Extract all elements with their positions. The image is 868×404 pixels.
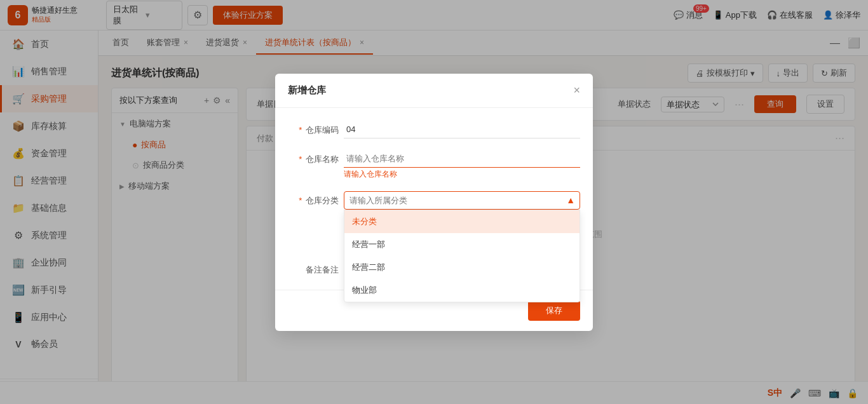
code-field [344,121,580,138]
modal-overlay[interactable]: 新增仓库 × * 仓库编码 * 仓库名称 [0,0,868,404]
category-option-dept1[interactable]: 经营一部 [344,233,580,256]
category-input[interactable] [344,191,580,210]
required-indicator-name: * [299,154,302,164]
name-error-message: 请输入仓库名称 [344,169,580,180]
required-indicator: * [299,125,302,135]
form-row-category: * 仓库分类 ▲ 未分类 经营一部 经营二部 物业部 [288,191,580,210]
form-row-name: * 仓库名称 请输入仓库名称 [288,150,580,180]
new-warehouse-modal: 新增仓库 × * 仓库编码 * 仓库名称 [275,74,593,331]
name-field: 请输入仓库名称 [344,150,580,180]
category-option-dept3[interactable]: 物业部 [344,279,580,302]
category-arrow-icon[interactable]: ▲ [566,195,575,205]
modal-header: 新增仓库 × [275,74,593,108]
category-field: ▲ 未分类 经营一部 经营二部 物业部 [344,191,580,210]
remark-label: 备注备注 [288,260,339,276]
warehouse-name-input[interactable] [344,150,580,168]
modal-close-button[interactable]: × [573,84,580,97]
required-indicator-cat: * [299,196,302,205]
modal-body: * 仓库编码 * 仓库名称 请输入仓库名称 [275,108,593,278]
category-input-wrap: ▲ [344,191,580,210]
code-label: * 仓库编码 [288,121,339,136]
category-option-dept2[interactable]: 经营二部 [344,256,580,279]
form-row-code: * 仓库编码 [288,121,580,138]
category-dropdown: 未分类 经营一部 经营二部 物业部 [344,210,580,302]
warehouse-code-input[interactable] [344,121,580,138]
name-label: * 仓库名称 [288,150,339,165]
modal-title: 新增仓库 [288,84,326,97]
category-option-none[interactable]: 未分类 [344,210,580,233]
category-label: * 仓库分类 [288,191,339,206]
save-button[interactable]: 保存 [528,300,580,321]
